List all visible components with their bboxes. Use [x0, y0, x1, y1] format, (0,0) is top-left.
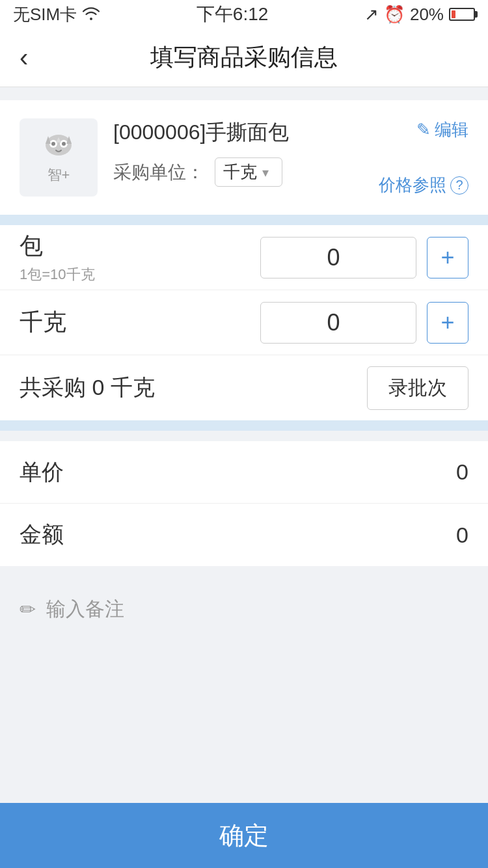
product-name: [0000006]手撕面包 — [113, 118, 468, 147]
bag-plus-icon: + — [441, 246, 454, 269]
edit-label: 编辑 — [435, 118, 468, 141]
pencil-icon: ✏ — [20, 598, 36, 621]
price-section: 单价 0 金额 0 — [0, 441, 488, 566]
kg-quantity-input[interactable] — [260, 302, 416, 344]
status-bar-left: 无SIM卡 — [13, 3, 100, 26]
location-icon: ↗ — [364, 5, 379, 25]
batch-button[interactable]: 录批次 — [367, 366, 468, 410]
bag-input-wrap: + — [98, 237, 468, 278]
edit-button[interactable]: ✎ 编辑 — [416, 118, 468, 141]
bag-input-row: 包 1包=10千克 + — [0, 225, 488, 290]
unit-select[interactable]: 千克 ▾ — [215, 157, 282, 187]
product-owl-icon — [42, 131, 75, 163]
notes-placeholder: 输入备注 — [46, 596, 124, 623]
bag-main-label: 包 — [20, 230, 98, 262]
battery-percentage: 20% — [410, 5, 444, 25]
nav-bar: ‹ 填写商品采购信息 — [0, 29, 488, 87]
dropdown-arrow-icon: ▾ — [262, 165, 269, 180]
kg-main-label: 千克 — [20, 306, 98, 338]
edit-icon: ✎ — [416, 120, 431, 140]
unit-price-value: 0 — [456, 459, 468, 485]
price-ref-label: 价格参照 — [379, 174, 446, 197]
kg-input-row: 千克 + — [0, 290, 488, 355]
kg-label-group: 千克 — [20, 306, 98, 338]
page-title: 填写商品采购信息 — [150, 42, 338, 74]
product-logo-text: 智+ — [47, 165, 70, 185]
svg-point-3 — [51, 142, 55, 146]
amount-row: 金额 0 — [0, 504, 488, 566]
section-divider-2 — [0, 420, 488, 431]
input-section: 包 1包=10千克 + 千克 + — [0, 225, 488, 355]
product-thumbnail: 智+ — [20, 118, 98, 197]
notes-section[interactable]: ✏ 输入备注 — [0, 576, 488, 642]
wifi-icon — [82, 5, 100, 25]
unit-price-label: 单价 — [20, 457, 64, 487]
total-row: 共采购 0 千克 录批次 — [0, 355, 488, 420]
confirm-bar[interactable]: 确定 — [0, 803, 488, 868]
battery-indicator — [449, 8, 475, 21]
status-bar-time: 下午6:12 — [197, 2, 269, 27]
total-label: 共采购 0 千克 — [20, 373, 155, 403]
bag-quantity-input[interactable] — [260, 237, 416, 278]
unit-label: 采购单位： — [113, 160, 204, 185]
kg-input-wrap: + — [98, 302, 468, 344]
price-ref-icon: ? — [450, 176, 468, 195]
kg-plus-button[interactable]: + — [427, 302, 468, 344]
bag-sub-label: 1包=10千克 — [20, 265, 98, 284]
section-divider-1 — [0, 215, 488, 225]
back-button[interactable]: ‹ — [20, 43, 28, 72]
kg-plus-icon: + — [441, 311, 454, 334]
status-bar: 无SIM卡 下午6:12 ↗ ⏰ 20% — [0, 0, 488, 29]
svg-point-4 — [62, 142, 66, 146]
content-spacer — [0, 642, 488, 772]
price-ref-button[interactable]: 价格参照 ? — [379, 174, 468, 197]
bag-label-group: 包 1包=10千克 — [20, 230, 98, 284]
bag-plus-button[interactable]: + — [427, 237, 468, 278]
carrier-label: 无SIM卡 — [13, 3, 77, 26]
status-bar-right: ↗ ⏰ 20% — [364, 5, 475, 25]
amount-value: 0 — [456, 522, 468, 548]
alarm-icon: ⏰ — [384, 5, 405, 25]
confirm-button[interactable]: 确定 — [219, 819, 269, 852]
unit-value: 千克 — [223, 161, 257, 183]
amount-label: 金额 — [20, 520, 64, 550]
product-card: 智+ [0000006]手撕面包 采购单位： 千克 ▾ ✎ 编辑 价格参照 ? — [0, 100, 488, 215]
unit-price-row: 单价 0 — [0, 441, 488, 504]
